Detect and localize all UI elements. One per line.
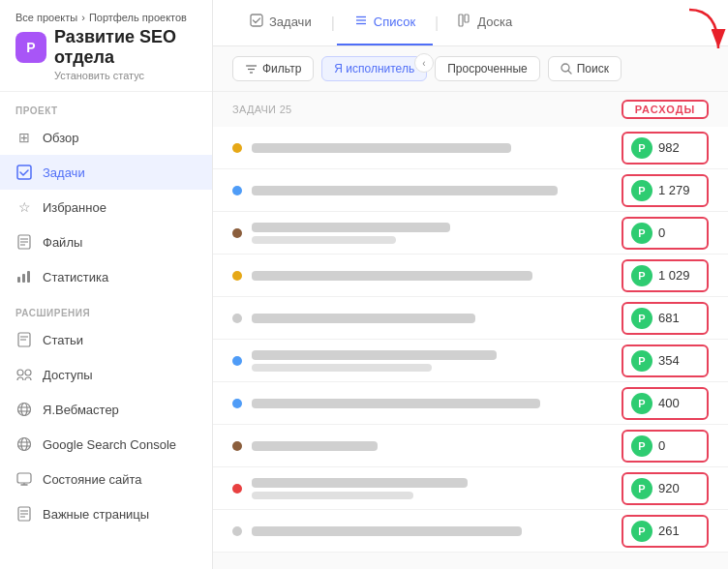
- task-expense-cell: Р0: [622, 217, 709, 250]
- sidebar-item-files[interactable]: Файлы: [0, 225, 212, 259]
- sidebar-item-webmaster[interactable]: Я.Вебмастер: [0, 392, 212, 427]
- task-bar-primary: [252, 441, 378, 451]
- expense-value: 920: [658, 481, 680, 495]
- expense-value: 0: [658, 225, 665, 240]
- task-expense-cell: Р920: [622, 472, 709, 505]
- expense-value: 0: [658, 438, 665, 453]
- task-expense-cell: Р354: [622, 344, 709, 377]
- files-icon: [15, 233, 33, 251]
- filter-button[interactable]: Фильтр: [232, 56, 314, 81]
- gsc-icon: [15, 435, 33, 453]
- tasks-count-label: ЗАДАЧИ 25: [232, 104, 622, 115]
- svg-rect-32: [459, 15, 463, 26]
- task-row[interactable]: Р1 029: [213, 255, 728, 297]
- favorites-icon: ☆: [15, 198, 33, 216]
- list-tab-icon: [354, 14, 368, 30]
- sidebar-item-favorites[interactable]: ☆ Избранное: [0, 190, 212, 225]
- overdue-label: Просроченные: [447, 62, 528, 75]
- task-bar-wrap: [252, 478, 612, 499]
- task-bar-primary: [252, 526, 522, 536]
- task-status-dot: [232, 271, 242, 281]
- tab-board-label: Доска: [477, 15, 512, 29]
- expense-icon: Р: [631, 180, 652, 201]
- sidebar-item-stats[interactable]: Статистика: [0, 259, 212, 294]
- task-expense-cell: Р261: [622, 515, 709, 548]
- task-bar-wrap: [252, 186, 612, 195]
- expense-value: 1 279: [658, 183, 690, 197]
- overview-icon: ⊞: [15, 129, 33, 146]
- tab-separator: |: [329, 15, 337, 32]
- task-row[interactable]: Р1 279: [213, 169, 728, 212]
- task-status-dot: [232, 228, 242, 238]
- svg-point-17: [18, 438, 31, 451]
- task-row[interactable]: Р0: [213, 212, 728, 255]
- task-bar-primary: [252, 350, 497, 360]
- task-row[interactable]: Р0: [213, 425, 728, 467]
- svg-rect-6: [22, 274, 25, 283]
- expense-icon: Р: [631, 521, 652, 542]
- tab-tasks[interactable]: Задачи: [232, 0, 329, 45]
- expense-icon: Р: [631, 393, 652, 414]
- task-row[interactable]: Р681: [213, 297, 728, 340]
- breadcrumb-part1: Все проекты: [15, 12, 77, 23]
- tab-list[interactable]: Список: [337, 0, 433, 45]
- main-content: Задачи | Список | Доска Фильтр: [213, 0, 728, 569]
- sidebar-item-label: Избранное: [43, 200, 106, 215]
- task-row[interactable]: Р920: [213, 467, 728, 510]
- svg-rect-0: [17, 165, 31, 179]
- project-avatar: Р: [15, 32, 46, 63]
- important-pages-icon: [15, 505, 33, 523]
- expense-value: 681: [658, 311, 680, 325]
- svg-point-11: [17, 370, 23, 375]
- sidebar-header: Все проекты › Портфель проектов Р Развит…: [0, 0, 212, 92]
- tab-board[interactable]: Доска: [440, 0, 530, 45]
- task-row[interactable]: Р354: [213, 340, 728, 382]
- breadcrumb: Все проекты › Портфель проектов: [15, 12, 197, 23]
- sidebar: Все проекты › Портфель проектов Р Развит…: [0, 0, 213, 569]
- expense-value: 400: [658, 396, 680, 410]
- expense-icon: Р: [631, 435, 652, 457]
- svg-rect-33: [465, 15, 469, 22]
- tab-separator-2: |: [433, 15, 440, 32]
- task-bar-primary: [252, 143, 511, 153]
- task-bar-primary: [252, 271, 532, 281]
- filter-label: Фильтр: [262, 62, 301, 75]
- assignee-button[interactable]: Я исполнитель: [321, 56, 427, 81]
- sidebar-item-overview[interactable]: ⊞ Обзор: [0, 120, 212, 155]
- expense-value: 1 029: [658, 268, 690, 283]
- sidebar-item-site-status[interactable]: Состояние сайта: [0, 462, 212, 496]
- expense-icon: Р: [631, 223, 652, 244]
- overdue-button[interactable]: Просроченные: [435, 56, 540, 81]
- task-expense-cell: Р982: [622, 132, 709, 165]
- top-tabs-bar: Задачи | Список | Доска: [213, 0, 728, 46]
- task-row[interactable]: Р400: [213, 382, 728, 425]
- sidebar-item-important-pages[interactable]: Важные страницы: [0, 496, 212, 531]
- section-project-label: ПРОЕКТ: [0, 92, 212, 120]
- sidebar-item-tasks[interactable]: Задачи: [0, 155, 212, 190]
- sidebar-item-gsc[interactable]: Google Search Console: [0, 427, 212, 462]
- set-status-label[interactable]: Установить статус: [54, 70, 197, 81]
- task-expense-cell: Р1 029: [622, 259, 709, 292]
- sidebar-item-label: Важные страницы: [43, 507, 149, 522]
- task-bar-wrap: [252, 271, 612, 281]
- sidebar-collapse-button[interactable]: ‹: [414, 53, 434, 73]
- task-bar-secondary: [252, 492, 413, 499]
- search-label: Поиск: [577, 62, 609, 75]
- expense-value: 982: [658, 140, 680, 155]
- task-rows-container: Р982Р1 279Р0Р1 029Р681Р354Р400Р0Р920Р261: [213, 127, 728, 553]
- task-status-dot: [232, 441, 242, 451]
- sidebar-item-label: Задачи: [43, 165, 85, 180]
- svg-point-14: [21, 404, 27, 416]
- sidebar-item-label: Я.Вебмастер: [43, 403, 119, 417]
- svg-point-12: [25, 370, 31, 375]
- task-row[interactable]: Р982: [213, 127, 728, 169]
- expense-icon: Р: [631, 308, 652, 329]
- task-row[interactable]: Р261: [213, 510, 728, 553]
- site-status-icon: [15, 470, 33, 488]
- sidebar-item-label: Статьи: [43, 333, 83, 347]
- sidebar-item-access[interactable]: Доступы: [0, 357, 212, 392]
- sidebar-item-articles[interactable]: Статьи: [0, 322, 212, 357]
- search-button[interactable]: Поиск: [548, 56, 622, 81]
- task-bar-primary: [252, 186, 558, 195]
- svg-line-38: [568, 71, 571, 74]
